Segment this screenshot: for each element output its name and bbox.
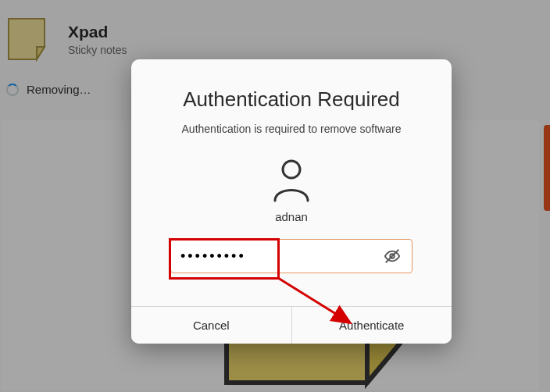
authenticate-button[interactable]: Authenticate: [292, 307, 452, 344]
password-input[interactable]: [171, 240, 379, 273]
dialog-actions: Cancel Authenticate: [131, 306, 452, 344]
software-window: Xpad Sticky notes Removing… Authenticati…: [0, 0, 550, 392]
user-block: adnan: [272, 159, 311, 223]
toggle-password-visibility-icon[interactable]: [379, 243, 405, 269]
dialog-body: Authentication Required Authentication i…: [131, 59, 452, 306]
dialog-message: Authentication is required to remove sof…: [182, 123, 402, 135]
password-row: [170, 239, 412, 273]
username-label: adnan: [275, 210, 308, 223]
user-avatar-icon: [272, 159, 311, 202]
cancel-button[interactable]: Cancel: [131, 307, 292, 344]
auth-dialog: Authentication Required Authentication i…: [131, 59, 452, 344]
svg-point-0: [283, 161, 300, 178]
dialog-title: Authentication Required: [183, 87, 400, 112]
